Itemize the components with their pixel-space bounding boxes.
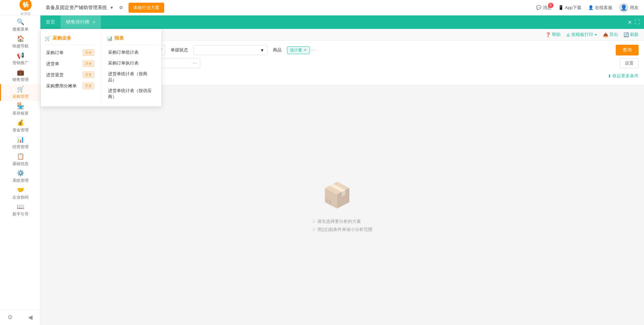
sidebar-item-finance[interactable]: 💰 资金管理	[0, 118, 40, 134]
refresh-icon: 🔄	[623, 32, 629, 37]
sidebar-item-search[interactable]: 🔍 搜索菜单	[0, 17, 40, 34]
top-header: 畅 标准版 装备及固定资产辅助管理系统 ▼ ⚙ 体验行业方案 💬 消息 5 📱 …	[0, 0, 644, 15]
report-col-title: 📊 报表	[107, 33, 157, 45]
voucher-status-label: 单据状态	[171, 47, 188, 53]
message-button[interactable]: 💬 消息 5	[536, 5, 551, 11]
sidebar-item-nav[interactable]: 🏠 快捷导航	[0, 34, 40, 50]
voucher-status-input[interactable]: ▼	[193, 45, 267, 55]
voucher-dropdown-icon: ▼	[260, 48, 264, 53]
user-menu-button[interactable]: 👤 用友	[619, 3, 639, 12]
sidebar-item-finance-label: 资金管理	[12, 127, 29, 133]
purchase-business-col: 🛒 采购业务 采购订单 历史 进货单 历史 进货退货 历史 采购费用分摊单 历史	[41, 33, 100, 102]
sidebar-item-system[interactable]: ⚙️ 系统管理	[0, 168, 40, 185]
system-dropdown-button[interactable]: ▼	[110, 5, 114, 10]
message-icon: 💬	[536, 5, 541, 10]
dropdown-item-goods-receipt[interactable]: 进货单 历史	[45, 58, 96, 69]
goods-filter-area: 设计素 ✕ ···	[287, 46, 316, 54]
sidebar-item-enterprise[interactable]: 🤝 企业协同	[0, 185, 40, 202]
tab-home-label: 首页	[46, 19, 55, 25]
report-col: 📊 报表 采购订单统计表 采购订单执行表 进货单统计表（按商品） 进货单统计表（…	[103, 33, 162, 102]
print-icon: 🖨	[566, 32, 570, 37]
query-button[interactable]: 查询	[616, 45, 639, 55]
enterprise-icon: 🤝	[17, 186, 24, 194]
industry-solution-button[interactable]: 体验行业方案	[129, 3, 164, 13]
dropdown-divider	[101, 33, 101, 102]
purchase-col-title: 🛒 采购业务	[45, 33, 96, 45]
goods-more-dots[interactable]: ···	[311, 47, 316, 53]
export-button[interactable]: 📤 导出	[603, 32, 618, 38]
user-name: 用友	[630, 5, 639, 11]
sidebar-item-inventory-label: 库存核算	[12, 111, 29, 116]
dropdown-item-goods-return[interactable]: 进货退货 历史	[45, 69, 96, 80]
goods-tag: 设计素 ✕	[287, 46, 310, 54]
message-badge: 5	[548, 3, 553, 8]
app-download-button[interactable]: 📱 App下载	[558, 5, 581, 11]
app-download-label: App下载	[565, 5, 581, 11]
sidebar-item-guide-label: 新手引导	[12, 211, 29, 217]
tab-close-icon[interactable]: ✕	[92, 20, 96, 25]
sidebar-settings-button[interactable]: ⚙	[7, 314, 13, 321]
sidebar-bottom: ⚙ ◀	[0, 309, 40, 325]
tab-close-all-button[interactable]: ✕	[628, 19, 632, 26]
empty-state: 📦 ① 请先选择要分析的方案 ② 用[过滤]条件来缩小分析范围	[40, 85, 644, 325]
sidebar-item-marketing[interactable]: 📢 营销推广	[0, 50, 40, 67]
report-col-icon: 📊	[107, 36, 112, 41]
operation-icon: 📊	[17, 136, 24, 143]
collapse-label: 收起更多条件	[612, 73, 639, 79]
collapse-conditions-button[interactable]: ⬆ 收起更多条件	[608, 73, 639, 79]
empty-illustration: 📦	[322, 181, 362, 214]
empty-hint-1: ① 请先选择要分析的方案	[312, 218, 372, 225]
empty-hint-2: ② 用[过滤]条件来缩小分析范围	[312, 227, 372, 233]
sidebar-item-enterprise-label: 企业协同	[12, 195, 29, 200]
sidebar-collapse-button[interactable]: ◀	[28, 314, 33, 321]
empty-box-icon: 📦	[322, 181, 362, 209]
sidebar-item-base[interactable]: 📋 基础信息	[0, 151, 40, 168]
export-icon: 📤	[603, 32, 608, 37]
dropdown-item-purchase-expense[interactable]: 采购费用分摊单 历史	[45, 80, 96, 91]
marketing-icon: 📢	[17, 52, 24, 59]
system-icon: ⚙️	[17, 169, 24, 177]
refresh-button[interactable]: 🔄 刷新	[623, 32, 639, 38]
tab-home[interactable]: 首页	[40, 15, 61, 29]
dropdown-item-purchase-order-exec[interactable]: 采购订单执行表	[107, 58, 157, 69]
collapse-icon: ⬆	[608, 74, 611, 79]
inventory-icon: 🏪	[17, 102, 24, 110]
history-badge-2: 历史	[83, 72, 94, 78]
tab-sales-rank[interactable]: 销售排行榜 ✕	[61, 15, 101, 29]
history-badge-3: 历史	[83, 83, 94, 89]
history-badge-0: 历史	[83, 49, 94, 56]
tab-fullscreen-button[interactable]: ⛶	[635, 19, 640, 25]
sidebar-item-nav-label: 快捷导航	[12, 43, 29, 49]
salesperson-dots: ···	[193, 60, 197, 66]
search-icon: 🔍	[17, 18, 24, 26]
print-button[interactable]: 🖨 按模板打印 ▼	[566, 32, 598, 38]
dropdown-item-goods-stat-by-supplier[interactable]: 进货单统计表（按供应商）	[107, 85, 157, 102]
online-service-button[interactable]: 👤 在线客服	[588, 5, 612, 11]
dropdown-item-purchase-order[interactable]: 采购订单 历史	[45, 47, 96, 58]
setting-button[interactable]: 设置	[620, 58, 639, 68]
sidebar-item-operation[interactable]: 📊 经营管理	[0, 134, 40, 151]
sidebar-item-inventory[interactable]: 🏪 库存核算	[0, 101, 40, 118]
header-center: 装备及固定资产辅助管理系统 ▼ ⚙ 体验行业方案	[46, 3, 536, 13]
sidebar-item-base-label: 基础信息	[12, 161, 29, 167]
print-dropdown-icon: ▼	[594, 33, 598, 37]
sidebar: 🔍 搜索菜单 🏠 快捷导航 📢 营销推广 💼 销售管理 🛒 采购管理 🏪 库存核…	[0, 0, 40, 325]
goods-tag-close[interactable]: ✕	[303, 48, 307, 52]
dropdown-columns: 🛒 采购业务 采购订单 历史 进货单 历史 进货退货 历史 采购费用分摊单 历史	[41, 33, 161, 102]
dropdown-item-goods-stat-by-product[interactable]: 进货单统计表（按商品）	[107, 69, 157, 85]
sidebar-item-purchase-label: 采购管理	[12, 94, 29, 99]
logo-subtext: 标准版	[21, 11, 31, 16]
settings-icon-button[interactable]: ⚙	[116, 3, 126, 12]
tab-bar: 首页 销售排行榜 ✕ ✕ ⛶	[40, 15, 644, 29]
dropdown-item-purchase-order-stat[interactable]: 采购订单统计表	[107, 47, 157, 58]
sidebar-item-sales-label: 销售管理	[12, 77, 29, 83]
finance-icon: 💰	[17, 119, 24, 126]
sidebar-item-marketing-label: 营销推广	[12, 60, 29, 66]
sales-icon: 💼	[17, 69, 24, 76]
goods-label: 商品	[273, 47, 282, 53]
sidebar-item-guide[interactable]: 📖 新手引导	[0, 202, 40, 218]
sidebar-item-operation-label: 经营管理	[12, 144, 29, 150]
sidebar-item-sales[interactable]: 💼 销售管理	[0, 67, 40, 84]
help-button[interactable]: ❓ 帮助	[545, 32, 561, 38]
sidebar-item-purchase[interactable]: 🛒 采购管理	[0, 84, 40, 101]
